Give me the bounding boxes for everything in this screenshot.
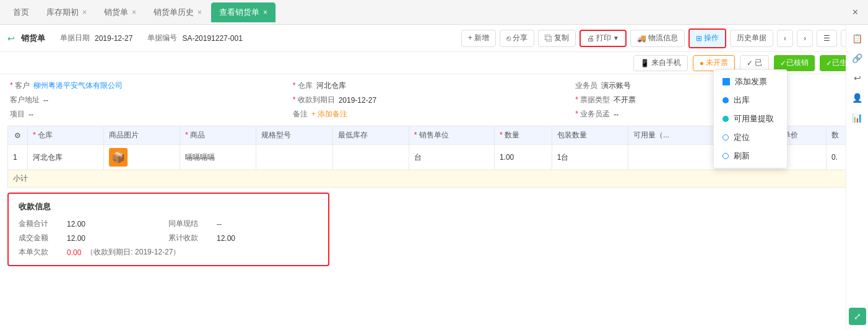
row-pack-qty: 1台	[552, 145, 628, 170]
col-min-stock: 最低库存	[332, 126, 409, 145]
sidebar-icon-back[interactable]: ↩	[849, 69, 866, 87]
sidebar-icon-link[interactable]: 🔗	[849, 50, 866, 67]
locate-label: 定位	[734, 132, 750, 143]
logistics-button[interactable]: 🚚 物流信息	[630, 30, 685, 47]
not-open-button[interactable]: ● 未开票	[693, 55, 735, 71]
share-icon: ⎋	[506, 34, 511, 43]
dropdown-available-qty[interactable]: 可用量提取	[714, 110, 787, 128]
tab-sales-order[interactable]: 销货单 ×	[96, 2, 144, 22]
due-date-label: 收款到期日	[293, 95, 335, 105]
address-row: 客户地址 --	[10, 95, 293, 105]
tab-sales-history-close[interactable]: ×	[197, 8, 202, 17]
share-button-label: 分享	[513, 33, 527, 43]
payment-box: 收款信息 金额合计 12.00 同单现结 -- 成交金额 12.00 累计收款 …	[7, 193, 329, 266]
salesperson-value: --	[614, 110, 618, 119]
cumulative-row: 累计收款 12.00	[168, 233, 318, 243]
locate-icon	[723, 134, 729, 141]
history-button-label: 历史单据	[737, 33, 766, 43]
dropdown-outbound[interactable]: 出库	[714, 91, 787, 110]
outbound-icon	[723, 97, 729, 103]
from-phone-button[interactable]: 📱 来自手机	[633, 55, 688, 71]
toolbar: ↩ 销货单 单据日期 2019-12-27 单据编号 SA-20191227-0…	[0, 25, 868, 52]
done-icon: ✓	[780, 59, 786, 67]
share-button[interactable]: ⎋ 分享	[500, 30, 534, 47]
outbound-label: 出库	[734, 95, 750, 106]
tab-home-label: 首页	[13, 7, 29, 18]
warehouse-value: 河北仓库	[316, 80, 346, 91]
done-label: 已核销	[786, 58, 809, 68]
date-label: 单据日期	[60, 33, 90, 43]
row-qty: 1.00	[494, 145, 552, 170]
no-label: 单据编号	[147, 33, 177, 43]
copy-icon: ⿻	[545, 34, 552, 43]
new-button-label: + 新增	[468, 33, 489, 43]
right-sidebar: 📋 🔗 ↩ 👤 📊 ⤢	[846, 25, 868, 330]
main-area: ↩ 销货单 单据日期 2019-12-27 单据编号 SA-20191227-0…	[0, 25, 868, 330]
staff-value: 演示账号	[601, 80, 631, 91]
ops-icon: ⊞	[696, 34, 702, 43]
tab-view-sales-close[interactable]: ×	[263, 8, 267, 17]
available-qty-icon	[723, 116, 729, 122]
tab-bar: 首页 库存期初 × 销货单 × 销货单历史 × 查看销货单 × ×	[0, 0, 868, 25]
total-label: 金额合计	[19, 219, 62, 229]
same-order-row: 同单现结 --	[168, 219, 318, 229]
note-row: 备注 + 添加备注	[293, 109, 576, 119]
nav-next-button[interactable]: ›	[797, 30, 813, 47]
col-qty: 数量	[494, 126, 552, 145]
col-product: 商品	[180, 126, 256, 145]
dropdown-refresh[interactable]: 刷新	[714, 147, 787, 165]
tab-stock-init-label: 库存期初	[46, 7, 79, 18]
col-warehouse: 仓库	[28, 126, 104, 145]
owed-label: 本单欠款	[19, 247, 62, 258]
tab-sales-order-close[interactable]: ×	[132, 8, 136, 17]
window-close-button[interactable]: ×	[848, 7, 863, 18]
add-invoice-icon	[723, 78, 730, 85]
view-list-button[interactable]: ☰	[817, 30, 837, 47]
tab-view-sales-label: 查看销货单	[219, 7, 259, 18]
tab-home[interactable]: 首页	[5, 2, 37, 22]
subtotal-row: 小计	[8, 170, 861, 188]
same-order-label: 同单现结	[168, 219, 212, 229]
copy-button[interactable]: ⿻ 复制	[538, 30, 576, 47]
dropdown-add-invoice[interactable]: 添加发票	[714, 72, 787, 91]
owed-row: 本单欠款 0.00 （收款到期日: 2019-12-27）	[19, 247, 318, 258]
customer-value[interactable]: 柳州粤港平安气体有限公司	[33, 80, 123, 91]
payment-grid: 金额合计 12.00 同单现结 -- 成交金额 12.00 累计收款 12.00…	[19, 219, 318, 258]
tab-sales-history[interactable]: 销货单历史 ×	[145, 2, 210, 22]
row-warehouse: 河北仓库	[28, 145, 104, 170]
available-qty-label: 可用量提取	[734, 113, 774, 124]
sidebar-icon-chart[interactable]: 📊	[849, 109, 866, 126]
history-button[interactable]: 历史单据	[730, 30, 773, 47]
active-icon: ✓	[826, 59, 832, 67]
print-button[interactable]: 🖨 打印 ▼	[579, 30, 627, 47]
total-value: 12.00	[67, 220, 85, 228]
tab-view-sales[interactable]: 查看销货单 ×	[211, 2, 276, 22]
ops-button[interactable]: ⊞ 操作	[690, 30, 725, 47]
warehouse-row: 仓库 河北仓库	[293, 80, 576, 91]
sidebar-icon-user[interactable]: 👤	[849, 89, 866, 106]
add-note-button[interactable]: + 添加备注	[311, 109, 347, 119]
ticket-icon: ●	[700, 59, 704, 67]
done-button[interactable]: ✓ 已核销	[774, 55, 815, 71]
sidebar-icon-doc[interactable]: 📋	[849, 30, 866, 47]
tab-stock-init[interactable]: 库存期初 ×	[38, 2, 95, 22]
doc-icon: ↩	[7, 33, 15, 43]
row-unit: 台	[409, 145, 494, 170]
subtotal-label: 小计	[8, 170, 861, 188]
check-button[interactable]: ✓ 已	[740, 55, 769, 71]
check-label: 已	[755, 58, 762, 68]
col-img: 商品图片	[104, 126, 180, 145]
dropdown-locate[interactable]: 定位	[714, 128, 787, 147]
total-row: 金额合计 12.00	[19, 219, 168, 229]
tab-stock-init-close[interactable]: ×	[82, 8, 87, 17]
row-no: 1	[8, 145, 28, 170]
sidebar-icon-expand[interactable]: ⤢	[849, 308, 866, 325]
new-button[interactable]: + 新增	[461, 30, 496, 47]
col-unit: 销售单位	[409, 126, 494, 145]
refresh-label: 刷新	[734, 150, 750, 162]
owed-value: 0.00	[67, 248, 81, 257]
nav-prev-button[interactable]: ‹	[777, 30, 793, 47]
tab-sales-order-label: 销货单	[104, 7, 128, 18]
print-dropdown-icon: ▼	[613, 35, 619, 41]
col-spec: 规格型号	[256, 126, 332, 145]
